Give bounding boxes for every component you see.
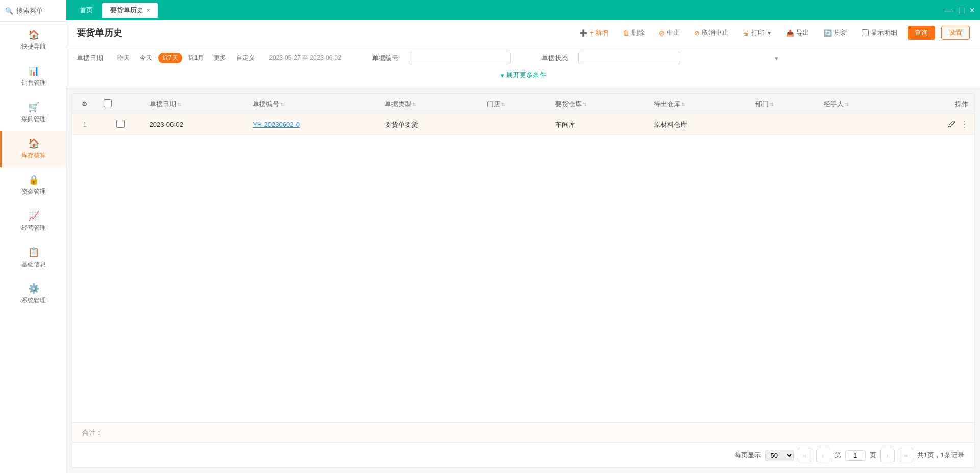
- delete-icon: 🗑: [623, 29, 629, 37]
- sidebar-item-purchase[interactable]: 🛒 采购管理: [0, 94, 66, 131]
- th-type[interactable]: 单据类型⇅: [379, 94, 480, 114]
- sidebar-item-quick-nav[interactable]: 🏠 快捷导航: [0, 22, 66, 58]
- tab-close-icon[interactable]: ×: [146, 7, 150, 13]
- sidebar-search[interactable]: 🔍 搜索菜单: [0, 0, 66, 22]
- row-type: 要货单要货: [379, 114, 480, 135]
- show-detail-checkbox[interactable]: [862, 29, 869, 36]
- page-label: 第: [835, 451, 841, 460]
- cancel-stop-label: 取消中止: [702, 28, 728, 37]
- th-no[interactable]: 单据编号⇅: [247, 94, 379, 114]
- row-select-checkbox[interactable]: [116, 120, 125, 128]
- doc-no-filter-label: 单据编号: [372, 54, 399, 63]
- refresh-button[interactable]: 🔄 刷新: [820, 26, 851, 39]
- sort-type-icon: ⇅: [412, 102, 416, 107]
- th-req-warehouse[interactable]: 要货仓库⇅: [549, 94, 648, 114]
- minimize-button[interactable]: —: [945, 5, 954, 16]
- main-content: 首页 要货单历史 × — □ × 要货单历史 ➕ + 新增 🗑 删除 ⊘ 中止: [66, 0, 980, 473]
- refresh-label: 刷新: [834, 28, 847, 37]
- show-detail-button[interactable]: 显示明细: [857, 26, 901, 39]
- sidebar-item-inventory[interactable]: 🏠 库存核算: [0, 131, 66, 167]
- next-page-button[interactable]: ›: [880, 448, 895, 462]
- expand-more-button[interactable]: ▾ 展开更多条件: [77, 68, 970, 82]
- th-date[interactable]: 单据日期⇅: [143, 94, 247, 114]
- tab-bar: 首页 要货单历史 × — □ ×: [66, 0, 980, 20]
- date-filter-label: 单据日期: [77, 54, 103, 63]
- sort-handler-icon: ⇅: [845, 102, 849, 107]
- doc-icon: 📋: [28, 247, 39, 258]
- per-page-select[interactable]: 50 20 100: [765, 450, 794, 461]
- date-btn-more[interactable]: 更多: [210, 53, 230, 63]
- query-button[interactable]: 查询: [908, 26, 935, 40]
- table-area: ⚙ 单据日期⇅ 单据编号⇅ 单据类型⇅ 门店⇅ 要货仓库⇅ 待出仓库⇅ 部门⇅ …: [71, 93, 975, 443]
- print-button[interactable]: 🖨 打印 ▼: [739, 26, 776, 39]
- prev-page-button[interactable]: ‹: [816, 448, 830, 462]
- tab-requisition-history[interactable]: 要货单历史 ×: [102, 3, 158, 18]
- date-btn-custom[interactable]: 自定义: [232, 53, 259, 63]
- status-select[interactable]: [578, 52, 680, 64]
- sidebar-search-label: 搜索菜单: [16, 6, 43, 15]
- date-btn-today[interactable]: 今天: [136, 53, 156, 63]
- settings-button[interactable]: 设置: [941, 26, 970, 40]
- doc-no-input[interactable]: [409, 52, 511, 64]
- per-page-label: 每页显示: [734, 451, 761, 460]
- th-pending-warehouse[interactable]: 待出仓库⇅: [648, 94, 749, 114]
- page-number-input[interactable]: [845, 450, 866, 461]
- new-button[interactable]: ➕ + 新增: [575, 26, 612, 39]
- sidebar-item-label: 系统管理: [21, 296, 46, 305]
- row-edit-button[interactable]: 🖊: [948, 120, 956, 129]
- sort-dept-icon: ⇅: [770, 102, 774, 107]
- tab-home[interactable]: 首页: [71, 3, 101, 18]
- summary-label: 合计：: [82, 428, 102, 437]
- select-all-checkbox[interactable]: [104, 99, 112, 107]
- row-more-button[interactable]: ⋮: [960, 120, 968, 129]
- print-dropdown-icon: ▼: [767, 30, 772, 36]
- maximize-button[interactable]: □: [959, 5, 965, 16]
- date-range-text: 2023-05-27 至 2023-06-02: [269, 54, 341, 62]
- chevron-down-icon: ▾: [775, 54, 778, 62]
- window-controls: — □ ×: [945, 5, 975, 16]
- table-scroll[interactable]: ⚙ 单据日期⇅ 单据编号⇅ 单据类型⇅ 门店⇅ 要货仓库⇅ 待出仓库⇅ 部门⇅ …: [72, 94, 974, 422]
- sidebar: 🔍 搜索菜单 🏠 快捷导航 📊 销售管理 🛒 采购管理 🏠 库存核算 🔒 资金管…: [0, 0, 66, 473]
- row-handler: [818, 114, 901, 135]
- row-actions: 🖊 ⋮: [901, 114, 974, 135]
- th-handler[interactable]: 经手人⇅: [818, 94, 901, 114]
- cart-icon: 🛒: [28, 102, 39, 113]
- stop-button[interactable]: ⊘ 中止: [655, 26, 684, 39]
- cancel-stop-icon: ⊘: [694, 29, 700, 37]
- sidebar-item-finance[interactable]: 🔒 资金管理: [0, 167, 66, 203]
- sort-store-icon: ⇅: [501, 102, 505, 107]
- date-btn-7days[interactable]: 近7天: [158, 53, 182, 63]
- date-btn-yesterday[interactable]: 昨天: [113, 53, 134, 63]
- th-settings[interactable]: ⚙: [72, 94, 97, 114]
- sidebar-item-system[interactable]: ⚙️ 系统管理: [0, 276, 66, 312]
- tab-active-label: 要货单历史: [110, 6, 143, 15]
- last-page-button[interactable]: »: [899, 448, 913, 462]
- total-records-label: 共1页，1条记录: [917, 451, 964, 460]
- cancel-stop-button[interactable]: ⊘ 取消中止: [690, 26, 732, 39]
- th-department[interactable]: 部门⇅: [749, 94, 818, 114]
- sort-req-wh-icon: ⇅: [583, 102, 587, 107]
- status-select-wrap: ▾: [578, 52, 782, 64]
- table-row: 1 2023-06-02 YH-20230602-0 要货单要货 车间库 原材料…: [72, 114, 974, 135]
- sidebar-item-sales[interactable]: 📊 销售管理: [0, 58, 66, 94]
- sidebar-item-label: 资金管理: [21, 187, 46, 196]
- lock-icon: 🔒: [28, 174, 39, 185]
- delete-button[interactable]: 🗑 删除: [619, 26, 649, 39]
- sidebar-item-operations[interactable]: 📈 经营管理: [0, 203, 66, 240]
- row-date: 2023-06-02: [143, 114, 247, 135]
- settings-label: 设置: [949, 28, 962, 37]
- sort-no-icon: ⇅: [280, 102, 284, 107]
- sort-date-icon: ⇅: [177, 102, 181, 107]
- th-store[interactable]: 门店⇅: [481, 94, 549, 114]
- row-no-link[interactable]: YH-20230602-0: [253, 121, 300, 128]
- requisition-table: ⚙ 单据日期⇅ 单据编号⇅ 单据类型⇅ 门店⇅ 要货仓库⇅ 待出仓库⇅ 部门⇅ …: [72, 94, 974, 135]
- export-button[interactable]: 📤 导出: [782, 26, 814, 39]
- date-btn-1month[interactable]: 近1月: [184, 53, 208, 63]
- window-close-button[interactable]: ×: [969, 5, 975, 16]
- sidebar-item-basic-info[interactable]: 📋 基础信息: [0, 240, 66, 276]
- row-req-warehouse: 车间库: [549, 114, 648, 135]
- first-page-button[interactable]: «: [798, 448, 812, 462]
- query-label: 查询: [915, 28, 928, 37]
- row-store: [481, 114, 549, 135]
- home-icon: 🏠: [28, 29, 39, 40]
